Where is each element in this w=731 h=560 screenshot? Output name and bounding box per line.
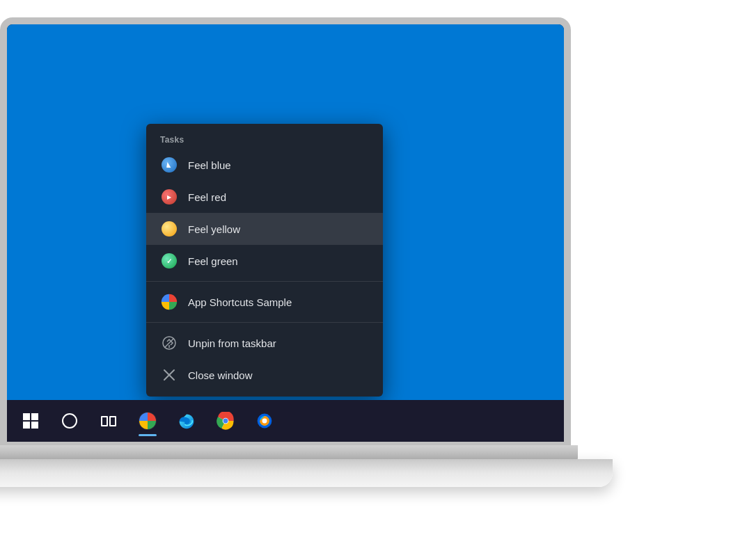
firefox-icon [256,412,274,430]
app-pie-icon [160,293,178,311]
taskbar-chrome-button[interactable] [209,403,242,439]
screen-content: Tasks Feel blue Feel red [7,24,564,442]
feel-blue-label: Feel blue [188,159,231,171]
app-shortcuts-label: App Shortcuts Sample [188,296,292,308]
taskbar-edge-button[interactable] [170,403,203,439]
laptop-screen: Tasks Feel blue Feel red [0,17,571,449]
svg-point-12 [262,419,267,424]
menu-item-feel-green[interactable]: Feel green [146,245,383,277]
menu-item-app-shortcuts[interactable]: App Shortcuts Sample [146,286,383,318]
taskbar [7,400,564,442]
taskbar-firefox-button[interactable] [248,403,281,439]
close-x-icon [160,366,178,384]
menu-item-feel-red[interactable]: Feel red [146,181,383,213]
taskbar-search-button[interactable] [53,403,86,439]
menu-divider-1 [146,281,383,282]
unpin-icon [160,334,178,352]
svg-point-9 [223,419,228,424]
feel-red-label: Feel red [188,191,226,203]
context-menu: Tasks Feel blue Feel red [146,124,383,397]
menu-item-feel-yellow[interactable]: Feel yellow [146,213,383,245]
feel-yellow-label: Feel yellow [188,223,240,235]
edge-icon [178,412,196,430]
menu-item-unpin[interactable]: Unpin from taskbar [146,327,383,359]
dot-blue-icon [160,156,178,174]
app-shortcuts-taskbar-icon [138,411,157,431]
dot-yellow-icon [160,220,178,238]
dot-green-icon [160,252,178,270]
laptop-stand [0,459,613,487]
unpin-label: Unpin from taskbar [188,337,276,349]
chrome-icon [217,412,235,430]
dot-red-icon [160,188,178,206]
laptop-base [0,445,578,461]
windows-icon [23,413,38,429]
menu-divider-2 [146,322,383,323]
taskview-icon [101,416,116,426]
menu-item-feel-blue[interactable]: Feel blue [146,149,383,181]
menu-item-close[interactable]: Close window [146,359,383,391]
close-window-label: Close window [188,369,253,381]
taskbar-app-shortcuts-button[interactable] [131,403,164,439]
menu-section-label: Tasks [146,129,383,149]
cortana-icon [62,413,77,429]
taskbar-start-button[interactable] [14,403,47,439]
device-frame: Tasks Feel blue Feel red [0,17,640,560]
taskbar-taskview-button[interactable] [92,403,125,439]
feel-green-label: Feel green [188,255,238,267]
